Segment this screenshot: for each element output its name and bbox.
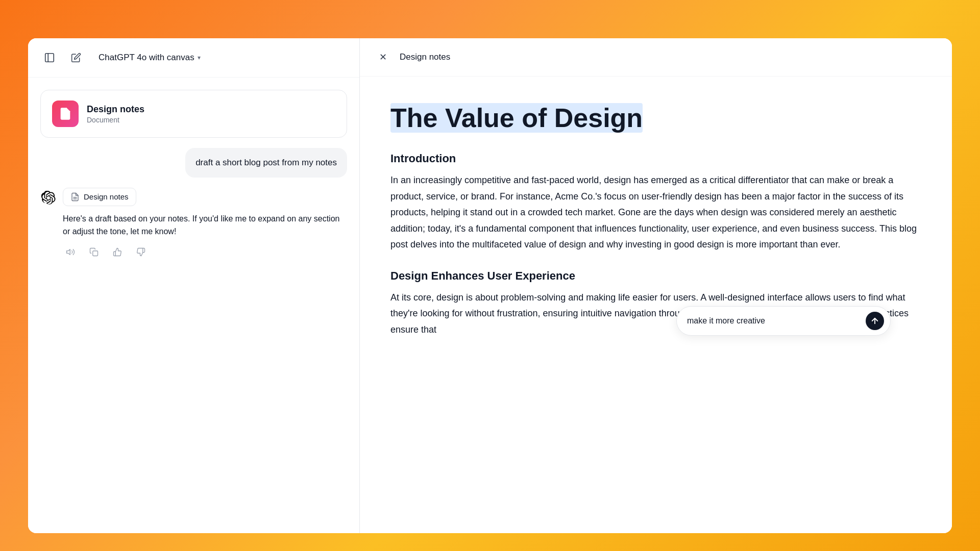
doc-title: The Value of Design xyxy=(390,103,643,133)
right-header: ✕ Design notes xyxy=(360,38,952,77)
right-panel-title: Design notes xyxy=(400,52,450,62)
intro-section-header: Introduction xyxy=(390,152,921,165)
thumbs-up-button[interactable] xyxy=(110,244,125,260)
left-content: Design notes Document draft a short blog… xyxy=(28,78,359,533)
intro-heading: Introduction xyxy=(390,152,921,165)
user-message-bubble: draft a short blog post from my notes xyxy=(185,148,347,178)
assistant-message-row: Design notes Here's a draft based on you… xyxy=(40,188,347,260)
svg-marker-7 xyxy=(67,249,70,255)
chip-label: Design notes xyxy=(84,192,129,201)
section2-heading: Design Enhances User Experience xyxy=(390,269,921,283)
left-panel: ChatGPT 4o with canvas ▾ Design not xyxy=(28,38,360,533)
left-header: ChatGPT 4o with canvas ▾ xyxy=(28,38,359,78)
app-window: ChatGPT 4o with canvas ▾ Design not xyxy=(28,38,952,533)
user-message-row: draft a short blog post from my notes xyxy=(40,148,347,178)
svg-rect-8 xyxy=(93,251,98,256)
card-subtitle: Document xyxy=(87,116,144,124)
user-message-text: draft a short blog post from my notes xyxy=(195,158,337,167)
svg-rect-0 xyxy=(45,54,54,62)
audio-button[interactable] xyxy=(63,244,78,260)
design-notes-chip[interactable]: Design notes xyxy=(63,188,136,206)
right-content: The Value of Design Introduction In an i… xyxy=(360,77,952,533)
design-notes-card[interactable]: Design notes Document xyxy=(40,90,347,138)
assistant-message-text: Here's a draft based on your notes. If y… xyxy=(63,212,347,238)
feedback-row xyxy=(63,244,347,260)
intro-body-text: In an increasingly competitive and fast-… xyxy=(390,172,921,253)
model-selector-button[interactable]: ChatGPT 4o with canvas ▾ xyxy=(93,49,206,66)
card-document-icon xyxy=(52,101,79,127)
inline-send-button[interactable] xyxy=(866,312,884,330)
close-button[interactable]: ✕ xyxy=(374,48,391,66)
inline-input-popup xyxy=(676,306,891,336)
model-label: ChatGPT 4o with canvas xyxy=(99,53,194,63)
sidebar-toggle-button[interactable] xyxy=(40,48,59,67)
card-text: Design notes Document xyxy=(87,104,144,124)
assistant-content: Design notes Here's a draft based on you… xyxy=(63,188,347,260)
inline-edit-input[interactable] xyxy=(687,316,861,325)
assistant-avatar xyxy=(40,190,57,206)
compose-button[interactable] xyxy=(67,48,85,67)
chevron-down-icon: ▾ xyxy=(198,54,201,61)
right-panel: ✕ Design notes The Value of Design Intro… xyxy=(360,38,952,533)
thumbs-down-button[interactable] xyxy=(133,244,149,260)
doc-title-wrapper: The Value of Design xyxy=(390,102,921,134)
card-title: Design notes xyxy=(87,104,144,115)
copy-button[interactable] xyxy=(86,244,102,260)
